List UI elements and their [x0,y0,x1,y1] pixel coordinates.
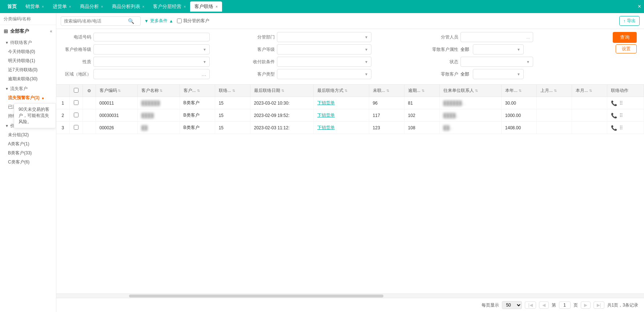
sidebar-group-pending[interactable]: ▼ 待联络客户 [0,37,56,47]
row-checkbox-0[interactable] [74,100,79,105]
sidebar-item-overdue[interactable]: 逾期未联络(30) [0,74,56,84]
my-customers-check[interactable] [177,19,182,23]
col-header-no [56,85,69,97]
tab-sales[interactable]: 销货单 × [21,1,48,12]
filter-retail-attr-select[interactable]: ▼ [473,44,524,54]
contact-method-link-1[interactable]: 下销货单 [317,113,335,118]
filter-field-region: 区域（地区） … [62,69,243,79]
sidebar-search-input[interactable] [4,16,56,21]
page-prev-button[interactable]: ◀ [539,301,549,309]
total-label: 共1页，3条记录 [607,302,638,308]
filter-bar: 🔍 ▼ 更多条件 ▲ 我分管的客户 ↑ 导出 [56,13,644,29]
export-button[interactable]: ↑ 导出 [619,16,640,26]
filter-search-input[interactable] [64,19,126,24]
cell-action-0: 📞 ⠿ [607,97,644,109]
select-all-checkbox[interactable] [74,88,79,93]
sidebar-item-week[interactable]: 近7天待联络(0) [0,65,56,74]
cell-type-0: B类客户 [180,97,215,109]
page-number-input[interactable] [559,301,571,309]
sort-icon-method: ⇅ [345,89,347,93]
cell-uncontacted-2: 123 [369,122,404,134]
filter-division-dept-select[interactable]: ▼ [277,32,371,42]
scrollbar-thumb[interactable] [129,295,383,297]
sidebar-item-today[interactable]: 今天待联络(0) [0,47,56,56]
filter-customer-grade-select[interactable]: ▼ [277,44,371,54]
contact-method-link-0[interactable]: 下销货单 [317,100,335,105]
sidebar-item-class-c[interactable]: C类客户(6) [0,158,56,167]
more-action-icon-2[interactable]: ⠿ [619,125,623,131]
table-row: 2 00030031 ████ B类客户 15 2023-02-09 19:52… [56,109,644,122]
sidebar-all-customers[interactable]: ⊞ 全部客户 « [0,25,56,37]
cell-checkbox-1[interactable] [69,109,82,122]
row-checkbox-1[interactable] [74,113,79,117]
chevron-down-icon-7: ▼ [365,60,368,64]
page-suffix: 页 [573,302,578,308]
tab-purchase-close[interactable]: × [69,5,71,9]
page-first-button[interactable]: |◀ [525,301,536,309]
main-layout: 🔍 ⊞ 全部客户 « ▼ 待联络客户 今天待联络(0) 明天待联络(1) 近7天… [0,13,644,312]
triangle-icon-value: ▼ [5,124,9,128]
query-button[interactable]: 查询 [613,32,637,43]
col-header-settings[interactable]: ⚙ [82,85,96,97]
settings-button[interactable]: 设置 [616,44,637,53]
sort-customer-name[interactable]: 客户名称 ⇅ [141,88,176,94]
tab-customer-contact-close[interactable]: × [216,5,218,9]
tab-sales-close[interactable]: × [42,5,44,9]
sidebar-item-lost-warning[interactable]: 流失预警客户(3) ● [0,93,56,102]
sort-icon-uncontacted: ⇅ [386,89,389,93]
col-header-customer-name: 客户名称 ⇅ [138,85,180,97]
more-conditions-button[interactable]: ▼ 更多条件 ▲ [144,18,173,24]
more-action-icon-1[interactable]: ⠿ [619,113,623,118]
tab-customer-segment-close[interactable]: × [184,5,186,9]
page-next-button[interactable]: ▶ [581,301,591,309]
filter-status-label: 状态 [429,59,458,65]
sidebar-item-ungrouped[interactable]: 未分组(32) [0,130,56,139]
cell-last-date-2: 2023-02-03 11:12: [250,122,313,134]
grid-icon: ⊞ [4,28,8,34]
page-label: 第 [552,302,556,308]
filter-payment-select[interactable]: ▼ [277,57,371,67]
tab-analysis-list-close[interactable]: × [142,5,145,9]
sidebar-item-tomorrow[interactable]: 明天待联络(1) [0,56,56,65]
cell-code-0: 000011 [96,97,138,109]
contact-method-link-2[interactable]: 下销货单 [317,125,335,130]
tab-analysis-close[interactable]: × [101,5,103,9]
filter-region-select[interactable]: … [93,69,210,79]
page-size-select[interactable]: 50 100 200 [502,301,522,309]
filter-retail-customer-select[interactable]: ▼ [473,69,524,79]
contact-action-icon-0[interactable]: 📞 [611,100,617,106]
tab-customer-segment[interactable]: 客户分层经营 × [149,1,190,12]
window-close-button[interactable]: × [638,3,641,10]
sort-customer-code[interactable]: 客户编码 ⇅ [100,88,134,94]
col-header-customer-code: 客户编码 ⇅ [96,85,138,97]
filter-customer-type-label: 客户类型 [246,71,275,77]
sidebar-item-class-a[interactable]: A类客户(1) [0,139,56,149]
adv-filter-panel: 电话号码 分管部门 ▼ 分管人员 … [56,29,644,85]
tab-purchase[interactable]: 进货单 × [48,1,76,12]
tab-home[interactable]: 首页 [3,1,21,12]
tab-customer-contact[interactable]: 客户联络 × [190,1,222,12]
filter-nature-select[interactable]: ▼ [93,57,210,67]
filter-search-button[interactable]: 🔍 [128,18,134,24]
filter-phone-input[interactable] [93,33,210,41]
sidebar-group-lost[interactable]: ▼ 流失客户 [0,84,56,93]
tab-analysis[interactable]: 商品分析 × [76,1,108,12]
filter-status-select[interactable]: ▼ [460,57,533,67]
tab-analysis-list[interactable]: 商品分析列表 × [108,1,149,12]
cell-checkbox-0[interactable] [69,97,82,109]
filter-row-4: 区域（地区） … 客户类型 ▼ 零散客户 [62,69,610,79]
more-action-icon-0[interactable]: ⠿ [619,100,623,106]
contact-action-icon-2[interactable]: 📞 [611,125,617,131]
cell-last-method-0: 下销货单 [313,97,369,109]
filter-customer-type-select[interactable]: ▼ [277,69,371,79]
chevron-down-icon-9: ▼ [365,72,368,76]
row-checkbox-2[interactable] [74,125,79,130]
filter-division-person-select[interactable]: … [460,32,533,42]
cell-checkbox-2[interactable] [69,122,82,134]
my-customers-checkbox[interactable]: 我分管的客户 [177,18,209,24]
horizontal-scrollbar[interactable] [56,293,644,298]
contact-action-icon-1[interactable]: 📞 [611,113,617,118]
sidebar-item-class-b[interactable]: B类客户(33) [0,149,56,158]
page-last-button[interactable]: ▶| [593,301,604,309]
filter-price-grade-select[interactable]: ▼ [93,44,210,54]
